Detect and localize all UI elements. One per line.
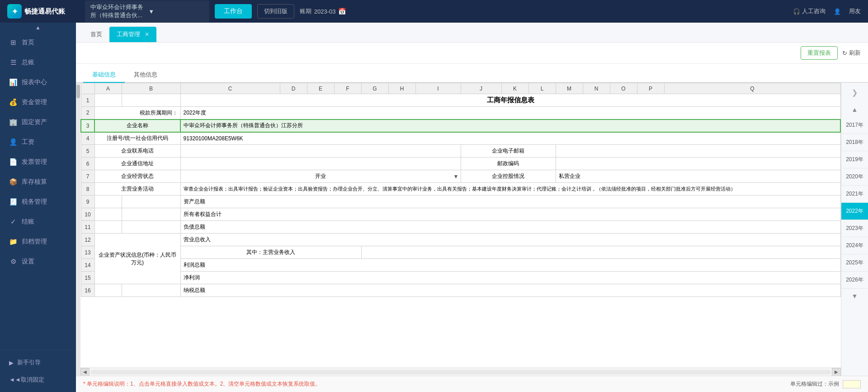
col-E[interactable]: E bbox=[307, 83, 334, 94]
cell-6C[interactable] bbox=[180, 158, 461, 170]
calendar-icon[interactable]: 📅 bbox=[338, 8, 346, 15]
cell-5C[interactable] bbox=[180, 145, 461, 158]
sidebar-item-guide[interactable]: ▶ 新手引导 bbox=[9, 356, 67, 369]
cell-4AB[interactable]: 注册号/统一社会信用代码 bbox=[94, 132, 180, 145]
sidebar-item-ledger[interactable]: ☰ 总账 bbox=[0, 53, 76, 72]
year-2020[interactable]: 2020年 bbox=[841, 168, 868, 186]
cell-11B[interactable] bbox=[122, 221, 180, 234]
tab-business[interactable]: 工商管理 ✕ bbox=[109, 27, 156, 42]
year-2025[interactable]: 2025年 bbox=[841, 254, 868, 272]
col-C[interactable]: C bbox=[180, 83, 280, 94]
cell-8C[interactable]: 审查企业会计报表；出具审计报告；验证企业资本；出具验资报告；办理企业合开、分立、… bbox=[180, 183, 840, 196]
cell-6J[interactable]: 邮政编码 bbox=[461, 158, 556, 170]
cell-3C[interactable]: 中审众环会计师事务所（特殊普通合伙）江苏分所 bbox=[180, 120, 840, 132]
sidebar-item-asset[interactable]: 🏢 固定资产 bbox=[0, 112, 76, 132]
cell-15C[interactable]: 净利润 bbox=[180, 272, 840, 284]
sub-tab-basic[interactable]: 基础信息 bbox=[83, 67, 125, 83]
col-H[interactable]: H bbox=[388, 83, 415, 94]
col-D[interactable]: D bbox=[280, 83, 307, 94]
vertical-scrollbar[interactable] bbox=[76, 83, 80, 376]
tab-close-icon[interactable]: ✕ bbox=[145, 31, 149, 38]
sidebar-item-archive[interactable]: 📁 归档管理 bbox=[0, 232, 76, 252]
h-scroll-bar[interactable]: ◀ ▶ bbox=[80, 368, 841, 376]
cell-10A[interactable] bbox=[94, 208, 122, 221]
col-O[interactable]: O bbox=[610, 83, 637, 94]
spreadsheet-scroll[interactable]: A B C D E F G H I J K L bbox=[80, 83, 841, 368]
cell-5J[interactable]: 企业电子邮箱 bbox=[461, 145, 556, 158]
col-P[interactable]: P bbox=[637, 83, 664, 94]
year-2021[interactable]: 2021年 bbox=[841, 186, 868, 203]
cell-3AB[interactable]: 企业名称 bbox=[94, 120, 180, 132]
cell-6AB[interactable]: 企业通信地址 bbox=[94, 158, 180, 170]
cell-16A[interactable] bbox=[94, 284, 122, 297]
cell-9C[interactable]: 资产总额 bbox=[180, 196, 840, 208]
sidebar-item-unpin[interactable]: ◄◄取消固定 bbox=[9, 373, 67, 387]
cell-1A[interactable] bbox=[94, 94, 122, 107]
sidebar-item-settings[interactable]: ⚙ 设置 bbox=[0, 252, 76, 272]
cell-7AB[interactable]: 企业经营状态 bbox=[94, 170, 180, 183]
cell-11C[interactable]: 负债总额 bbox=[180, 221, 840, 234]
sidebar-item-report[interactable]: 📊 报表中心 bbox=[0, 72, 76, 92]
cell-13G[interactable] bbox=[361, 246, 840, 259]
cell-12AB[interactable]: 企业资产状况信息(币种：人民币万元) bbox=[94, 234, 180, 284]
col-I[interactable]: I bbox=[415, 83, 461, 94]
cell-16C[interactable]: 纳税总额 bbox=[180, 284, 840, 297]
cell-10C[interactable]: 所有者权益合计 bbox=[180, 208, 840, 221]
cell-2AB[interactable]: 税款所属期间： bbox=[94, 107, 180, 120]
refresh-button[interactable]: ↻ 刷新 bbox=[842, 49, 861, 57]
sidebar-item-invoice[interactable]: 📄 发票管理 bbox=[0, 152, 76, 172]
year-2017[interactable]: 2017年 bbox=[841, 117, 868, 134]
cell-9A[interactable] bbox=[94, 196, 122, 208]
cell-8AB[interactable]: 主营业务活动 bbox=[94, 183, 180, 196]
panel-expand-icon[interactable]: ❯ bbox=[841, 83, 868, 102]
scroll-track[interactable] bbox=[90, 370, 831, 374]
cell-6M[interactable] bbox=[556, 158, 840, 170]
year-2022[interactable]: 2022年 bbox=[841, 203, 868, 220]
year-2023[interactable]: 2023年 bbox=[841, 220, 868, 237]
year-2026[interactable]: 2026年 bbox=[841, 272, 868, 289]
cell-14C[interactable]: 利润总额 bbox=[180, 259, 840, 272]
cell-1B[interactable] bbox=[122, 94, 180, 107]
scroll-right-btn[interactable]: ▶ bbox=[832, 368, 841, 376]
oldver-button[interactable]: 切到旧版 bbox=[257, 4, 294, 19]
cell-16B[interactable] bbox=[122, 284, 180, 297]
col-L[interactable]: L bbox=[528, 83, 556, 94]
sidebar-item-home[interactable]: ⊞ 首页 bbox=[0, 33, 76, 53]
workbench-button[interactable]: 工作台 bbox=[215, 4, 252, 19]
sidebar-item-tax[interactable]: 🧾 税务管理 bbox=[0, 192, 76, 212]
sidebar-item-close[interactable]: ✓ 结账 bbox=[0, 212, 76, 232]
sidebar-item-inventory[interactable]: 📦 库存核算 bbox=[0, 172, 76, 192]
col-J[interactable]: J bbox=[461, 83, 501, 94]
service-button[interactable]: 🎧 人工咨询 bbox=[793, 7, 826, 15]
col-K[interactable]: K bbox=[501, 83, 528, 94]
sidebar-item-salary[interactable]: 👤 工资 bbox=[0, 132, 76, 152]
cell-11A[interactable] bbox=[94, 221, 122, 234]
year-2024[interactable]: 2024年 bbox=[841, 237, 868, 254]
year-2018[interactable]: 2018年 bbox=[841, 134, 868, 151]
cell-13C[interactable]: 其中：主营业务收入 bbox=[180, 246, 361, 259]
company-selector[interactable]: 中审众环会计师事务所（特殊普通合伙... ▼ bbox=[85, 0, 209, 22]
col-M[interactable]: M bbox=[556, 83, 583, 94]
cell-12C[interactable]: 营业总收入 bbox=[180, 234, 840, 246]
reset-button[interactable]: 重置报表 bbox=[801, 46, 838, 60]
col-G[interactable]: G bbox=[361, 83, 388, 94]
col-A[interactable]: A bbox=[94, 83, 122, 94]
col-N[interactable]: N bbox=[583, 83, 610, 94]
cell-9B[interactable] bbox=[122, 196, 180, 208]
cell-7J[interactable]: 企业控股情况 bbox=[461, 170, 556, 183]
year-scroll-up[interactable]: ▲ bbox=[841, 102, 868, 117]
cell-1C[interactable]: 工商年报信息表 bbox=[180, 94, 840, 107]
cell-7C[interactable]: 开业 ▼ bbox=[180, 170, 461, 183]
cell-4C[interactable]: 91320100MA208E5W6K bbox=[180, 132, 840, 145]
cell-10B[interactable] bbox=[122, 208, 180, 221]
col-F[interactable]: F bbox=[334, 83, 361, 94]
sidebar-scroll-up[interactable]: ▲ bbox=[0, 23, 76, 33]
sub-tab-other[interactable]: 其他信息 bbox=[125, 67, 166, 83]
scroll-left-btn[interactable]: ◀ bbox=[80, 368, 90, 376]
year-2019[interactable]: 2019年 bbox=[841, 151, 868, 168]
cell-5AB[interactable]: 企业联系电话 bbox=[94, 145, 180, 158]
sidebar-item-capital[interactable]: 💰 资金管理 bbox=[0, 92, 76, 112]
col-Q[interactable]: Q bbox=[664, 83, 840, 94]
year-scroll-down[interactable]: ▼ bbox=[841, 289, 868, 303]
col-B[interactable]: B bbox=[122, 83, 180, 94]
